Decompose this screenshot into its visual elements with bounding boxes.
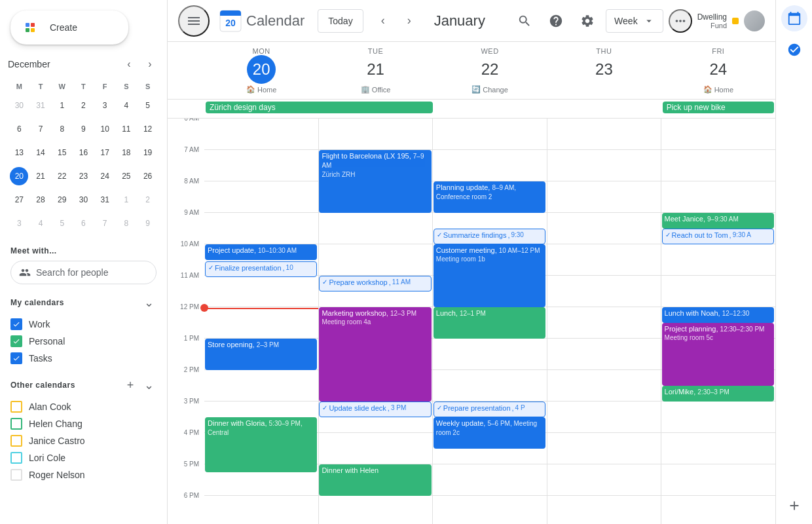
grid-cell[interactable]: [319, 339, 434, 369]
grid-cell[interactable]: [204, 150, 319, 181]
grid-cell[interactable]: [433, 370, 547, 401]
grid-cell[interactable]: [319, 402, 434, 432]
grid-cell[interactable]: [661, 402, 775, 432]
grid-cell[interactable]: [319, 307, 434, 338]
other-calendars-toggle[interactable]: ⌄: [141, 377, 157, 393]
grid-cell[interactable]: [204, 433, 319, 464]
mini-cal-day[interactable]: 1: [52, 94, 72, 117]
grid-cell[interactable]: [547, 119, 662, 149]
mini-cal-prev[interactable]: ‹: [120, 55, 138, 73]
grid-cell[interactable]: [433, 496, 547, 524]
apps-button[interactable]: [669, 9, 692, 33]
mini-cal-day[interactable]: 5: [52, 212, 72, 234]
grid-cell[interactable]: [319, 150, 434, 181]
mini-cal-day[interactable]: 9: [138, 212, 158, 234]
grid-cell[interactable]: [661, 181, 775, 212]
mini-cal-day[interactable]: 7: [95, 212, 115, 234]
mini-cal-day[interactable]: 21: [31, 165, 51, 187]
grid-cell[interactable]: [204, 244, 319, 275]
mini-cal-day[interactable]: 16: [73, 141, 94, 164]
mini-cal-day[interactable]: 2: [73, 94, 94, 117]
mini-cal-day[interactable]: 3: [95, 94, 115, 117]
add-right-icon[interactable]: [781, 493, 807, 519]
task-right-icon[interactable]: [781, 37, 807, 63]
allday-cell[interactable]: [547, 100, 661, 118]
grid-cell[interactable]: [433, 402, 547, 432]
settings-button[interactable]: [574, 8, 600, 34]
mini-cal-day[interactable]: 25: [117, 165, 137, 187]
allday-cell[interactable]: Zürich design days: [204, 100, 318, 118]
day-header[interactable]: WED 22 🔄Change: [433, 42, 547, 99]
mini-cal-day[interactable]: 18: [117, 141, 137, 164]
grid-cell[interactable]: [547, 464, 662, 495]
grid-cell[interactable]: [319, 119, 434, 149]
mini-cal-day[interactable]: 30: [9, 94, 29, 117]
mini-cal-day[interactable]: 11: [117, 118, 137, 140]
other-calendar-item[interactable]: Helen Chang: [10, 415, 157, 432]
mini-cal-day[interactable]: 22: [52, 165, 72, 187]
grid-cell[interactable]: [433, 276, 547, 307]
day-header[interactable]: FRI 24 🏠Home: [661, 42, 775, 99]
time-grid[interactable]: 6 AM7 AM8 AM9 AM10 AM11 AM12 PM1 PM2 PM3…: [168, 119, 775, 524]
mini-cal-day[interactable]: 31: [95, 189, 115, 211]
mini-cal-day[interactable]: 12: [138, 118, 158, 140]
grid-cell[interactable]: [433, 150, 547, 181]
other-calendar-item[interactable]: Alan Cook: [10, 398, 157, 415]
grid-cell[interactable]: [204, 402, 319, 432]
grid-cell[interactable]: [661, 307, 775, 338]
grid-cell[interactable]: [547, 339, 662, 369]
mini-cal-day[interactable]: 20: [9, 165, 29, 187]
grid-cell[interactable]: [547, 213, 662, 244]
grid-cell[interactable]: [661, 496, 775, 524]
grid-cell[interactable]: [547, 150, 662, 181]
mini-cal-day[interactable]: 9: [73, 118, 94, 140]
grid-cell[interactable]: [433, 213, 547, 244]
grid-cell[interactable]: [661, 150, 775, 181]
mini-cal-day[interactable]: 3: [9, 212, 29, 234]
other-calendar-item[interactable]: Roger Nelson: [10, 466, 157, 483]
mini-cal-day[interactable]: 13: [9, 141, 29, 164]
prev-week-button[interactable]: ‹: [371, 9, 395, 33]
mini-cal-day[interactable]: 23: [73, 165, 94, 187]
mini-cal-day[interactable]: 31: [31, 94, 51, 117]
mini-cal-next[interactable]: ›: [141, 55, 159, 73]
mini-cal-day[interactable]: 30: [73, 189, 94, 211]
grid-cell[interactable]: [319, 433, 434, 464]
user-avatar[interactable]: [744, 10, 765, 31]
mini-cal-day[interactable]: 2: [138, 189, 158, 211]
grid-cell[interactable]: [204, 213, 319, 244]
other-calendar-item[interactable]: Lori Cole: [10, 449, 157, 466]
grid-cell[interactable]: [319, 213, 434, 244]
grid-cell[interactable]: [661, 433, 775, 464]
grid-cell[interactable]: [547, 276, 662, 307]
grid-cell[interactable]: [204, 464, 319, 495]
my-calendar-item[interactable]: Personal: [10, 333, 157, 350]
grid-cell[interactable]: [319, 181, 434, 212]
my-calendar-item[interactable]: Tasks: [10, 350, 157, 367]
add-other-calendar-btn[interactable]: +: [122, 377, 138, 393]
mini-cal-day[interactable]: 4: [117, 94, 137, 117]
grid-cell[interactable]: [433, 181, 547, 212]
search-people-input[interactable]: Search for people: [10, 261, 157, 284]
grid-cell[interactable]: [661, 339, 775, 369]
grid-cell[interactable]: [547, 244, 662, 275]
grid-cell[interactable]: [547, 307, 662, 338]
grid-cell[interactable]: [661, 213, 775, 244]
grid-cell[interactable]: [433, 307, 547, 338]
mini-cal-day[interactable]: 19: [138, 141, 158, 164]
grid-cell[interactable]: [661, 464, 775, 495]
grid-cell[interactable]: [433, 244, 547, 275]
mini-cal-day[interactable]: 6: [9, 118, 29, 140]
mini-cal-day[interactable]: 7: [31, 118, 51, 140]
create-button[interactable]: Create: [10, 10, 128, 45]
mini-cal-day[interactable]: 6: [73, 212, 94, 234]
grid-cell[interactable]: [204, 276, 319, 307]
other-calendar-item[interactable]: Janice Castro: [10, 432, 157, 449]
grid-cell[interactable]: [433, 119, 547, 149]
mini-cal-day[interactable]: 29: [52, 189, 72, 211]
grid-cell[interactable]: [204, 119, 319, 149]
grid-cell[interactable]: [433, 464, 547, 495]
mini-cal-day[interactable]: 8: [117, 212, 137, 234]
mini-cal-day[interactable]: 4: [31, 212, 51, 234]
mini-cal-day[interactable]: 8: [52, 118, 72, 140]
